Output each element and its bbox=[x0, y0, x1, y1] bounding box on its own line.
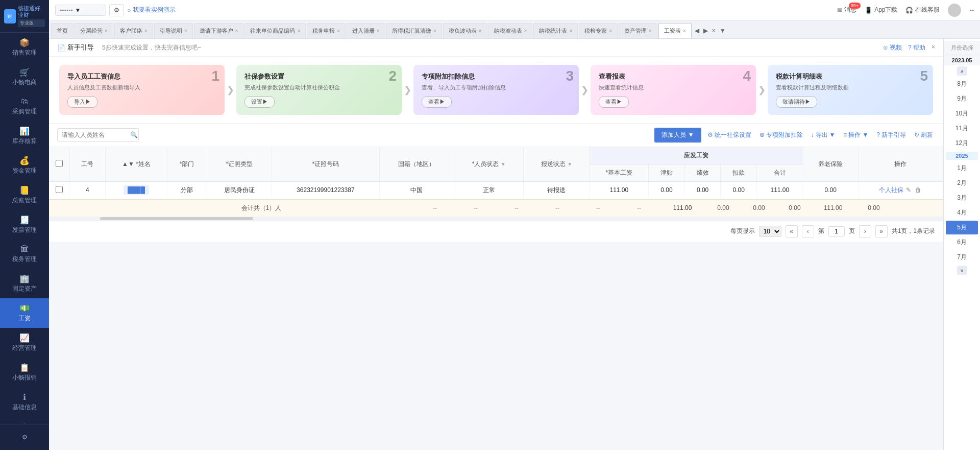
tab-home[interactable]: 首页 bbox=[51, 23, 74, 38]
close-icon[interactable]: × bbox=[297, 28, 300, 34]
demo-button[interactable]: ○ 我要看实例演示 bbox=[127, 6, 176, 14]
settings-gear-btn[interactable]: ⚙ bbox=[109, 4, 124, 16]
action-delete-icon[interactable]: 🗑 bbox=[914, 186, 922, 194]
month-item-6[interactable]: 6月 bbox=[946, 235, 978, 249]
horizontal-scrollbar[interactable] bbox=[49, 217, 943, 221]
special-deduction-btn[interactable]: ⊕ 专项附加扣除 bbox=[757, 131, 805, 139]
online-service-button[interactable]: 🎧 在线客服 bbox=[905, 6, 940, 14]
step-2-btn[interactable]: 设置▶ bbox=[244, 96, 275, 108]
month-item-2[interactable]: 2月 bbox=[946, 176, 978, 190]
step-4-btn[interactable]: 查看▶ bbox=[599, 96, 629, 108]
close-icon[interactable]: × bbox=[433, 28, 436, 34]
close-icon[interactable]: × bbox=[609, 28, 612, 34]
tab-tax-wave[interactable]: 纳税波动表× bbox=[488, 23, 533, 38]
action-personal-insurance[interactable]: 个人社保 bbox=[879, 186, 903, 194]
month-item-10[interactable]: 10月 bbox=[946, 107, 978, 121]
tab-salary-table[interactable]: 工资表× bbox=[658, 23, 692, 38]
action-edit-icon[interactable]: ✎ bbox=[905, 186, 912, 194]
month-nav-down-btn[interactable]: ∨ bbox=[957, 266, 967, 275]
sidebar-item-sales[interactable]: 📦销售管理 bbox=[0, 33, 49, 62]
search-input[interactable] bbox=[62, 131, 128, 138]
month-nav-up[interactable]: ∧ bbox=[957, 66, 967, 76]
tab-product-code[interactable]: 往来单位商品编码× bbox=[244, 23, 306, 38]
status-filter-icon[interactable]: ▼ bbox=[501, 161, 506, 167]
report-status-filter-icon[interactable]: ▼ bbox=[567, 161, 572, 167]
sidebar-item-ledger[interactable]: 📒总账管理 bbox=[0, 180, 49, 210]
row-select-checkbox[interactable] bbox=[56, 186, 63, 193]
tab-nav-prev[interactable]: ◀ bbox=[693, 23, 701, 38]
tab-clear[interactable]: 进入清册× bbox=[347, 23, 385, 38]
sidebar-item-ecom[interactable]: 🛒小畅电商 bbox=[0, 62, 49, 92]
close-icon[interactable]: × bbox=[479, 28, 482, 34]
month-item-8[interactable]: 8月 bbox=[946, 77, 978, 91]
step-5-btn[interactable]: 敬请期待▶ bbox=[776, 96, 817, 108]
month-item-12[interactable]: 12月 bbox=[946, 136, 978, 150]
tab-guide-intro[interactable]: 引导说明× bbox=[154, 23, 193, 38]
guide-help-btn[interactable]: ? 帮助 bbox=[908, 43, 925, 52]
next-page-btn[interactable]: › bbox=[859, 225, 871, 238]
tab-tax-report[interactable]: 税务申报× bbox=[307, 23, 346, 38]
close-icon[interactable]: × bbox=[683, 28, 686, 34]
settings-button[interactable]: ⚙ bbox=[0, 430, 49, 445]
close-icon[interactable]: × bbox=[184, 28, 187, 34]
step-1-btn[interactable]: 导入▶ bbox=[67, 96, 97, 108]
close-icon[interactable]: × bbox=[569, 28, 572, 34]
sidebar-item-invoice[interactable]: 🧾发票管理 bbox=[0, 210, 49, 240]
tab-invite[interactable]: 邀请下游客户× bbox=[194, 23, 244, 38]
tab-tax-exempt[interactable]: 税负波动表× bbox=[443, 23, 487, 38]
close-icon[interactable]: × bbox=[649, 28, 652, 34]
guide-btn[interactable]: ? 新手引导 bbox=[874, 131, 908, 139]
operations-btn[interactable]: ≡ 操作 ▼ bbox=[841, 131, 870, 139]
month-item-9[interactable]: 9月 bbox=[946, 92, 978, 106]
tab-more[interactable]: ▼ bbox=[718, 23, 728, 38]
refresh-btn[interactable]: ↻ 刷新 bbox=[912, 131, 935, 139]
tab-nav-next[interactable]: ▶ bbox=[701, 23, 710, 38]
tab-tax-stat[interactable]: 纳税统计表× bbox=[533, 23, 578, 38]
tab-asset-mgmt[interactable]: 资产管理× bbox=[619, 23, 657, 38]
avatar[interactable] bbox=[948, 4, 961, 17]
close-icon[interactable]: × bbox=[377, 28, 380, 34]
more-icon[interactable]: ▪▪ bbox=[969, 7, 974, 14]
search-input-wrap[interactable]: 🔍 bbox=[57, 128, 139, 141]
sidebar-item-basic[interactable]: ℹ基础信息 bbox=[0, 387, 49, 417]
guide-video-btn[interactable]: ⊙ 视频 bbox=[883, 43, 902, 52]
page-input[interactable] bbox=[828, 226, 845, 236]
close-icon[interactable]: × bbox=[235, 28, 238, 34]
select-all-checkbox[interactable] bbox=[56, 160, 63, 167]
step-3-btn[interactable]: 查看▶ bbox=[422, 96, 452, 108]
month-item-7[interactable]: 7月 bbox=[946, 250, 978, 264]
close-icon[interactable]: × bbox=[105, 28, 108, 34]
close-icon[interactable]: × bbox=[337, 28, 340, 34]
sidebar-item-asset[interactable]: 🏢固定资产 bbox=[0, 269, 49, 298]
search-icon[interactable]: 🔍 bbox=[130, 131, 138, 138]
sidebar-item-operation[interactable]: 📈经营管理 bbox=[0, 328, 49, 358]
close-icon[interactable]: × bbox=[144, 28, 148, 34]
app-download-button[interactable]: 📱 App下载 bbox=[865, 6, 897, 14]
sidebar-item-finance[interactable]: 💰资金管理 bbox=[0, 151, 49, 180]
month-item-11[interactable]: 11月 bbox=[946, 122, 978, 135]
export-btn[interactable]: ↓ 导出 ▼ bbox=[809, 131, 838, 139]
sidebar-item-tax[interactable]: 🏛税务管理 bbox=[0, 240, 49, 269]
scrollbar-thumb[interactable] bbox=[100, 217, 253, 220]
sidebar-item-purchase[interactable]: 🛍采购管理 bbox=[0, 92, 49, 121]
first-page-btn[interactable]: « bbox=[786, 225, 798, 238]
month-item-5[interactable]: 5月 bbox=[946, 221, 978, 234]
sidebar-item-salary[interactable]: 💵工资 bbox=[0, 298, 49, 328]
message-button[interactable]: ✉ 消息 99+ bbox=[837, 6, 856, 14]
close-icon[interactable]: × bbox=[524, 28, 527, 34]
sidebar-item-system[interactable]: ⚙系统管理 bbox=[0, 417, 49, 424]
sidebar-item-report[interactable]: 📋小畅报销 bbox=[0, 358, 49, 387]
add-person-button[interactable]: 添加人员 ▼ bbox=[654, 128, 701, 143]
tab-customer[interactable]: 客户联络× bbox=[114, 23, 153, 38]
tab-close-all[interactable]: × bbox=[710, 23, 718, 38]
guide-close-btn[interactable]: × bbox=[932, 43, 935, 52]
sidebar-item-inventory[interactable]: 📊库存核算 bbox=[0, 121, 49, 151]
tab-partition[interactable]: 分层经营× bbox=[75, 23, 113, 38]
month-item-1[interactable]: 1月 bbox=[946, 161, 978, 175]
tab-income-tax[interactable]: 所得税汇算清缴× bbox=[386, 23, 442, 38]
user-select[interactable]: ▪▪▪▪▪▪ ▼ bbox=[55, 5, 106, 16]
last-page-btn[interactable]: » bbox=[875, 225, 888, 238]
month-item-3[interactable]: 3月 bbox=[946, 191, 978, 205]
month-item-4[interactable]: 4月 bbox=[946, 206, 978, 220]
social-insurance-btn[interactable]: ⚙ 统一社保设置 bbox=[705, 131, 753, 139]
